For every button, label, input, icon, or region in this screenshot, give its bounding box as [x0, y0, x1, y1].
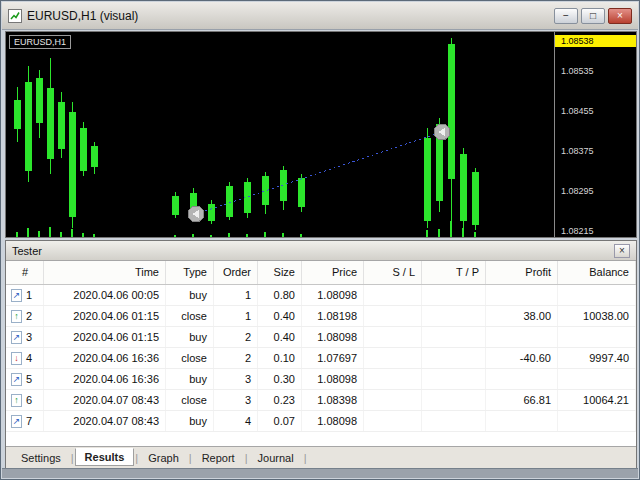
- results-table-header: #TimeTypeOrderSizePriceS / LT / PProfitB…: [6, 261, 636, 285]
- window-bottom-frame: [2, 468, 638, 478]
- price-axis-label: 1.08375: [561, 146, 594, 156]
- tab-separator: |: [135, 452, 138, 464]
- table-cell: 38.00: [486, 306, 558, 326]
- results-table-body: 12020.04.06 00:05buy10.801.0809822020.04…: [6, 285, 636, 432]
- price-axis[interactable]: 1.08538 1.085351.084551.083751.082951.08…: [554, 32, 636, 237]
- table-cell: 4: [6, 348, 44, 368]
- table-cell: [422, 390, 486, 410]
- table-cell: [364, 390, 422, 410]
- column-header-type[interactable]: Type: [166, 261, 214, 284]
- table-cell: 2020.04.06 01:15: [44, 327, 166, 347]
- table-row[interactable]: 32020.04.06 01:15buy20.401.08098: [6, 327, 636, 348]
- table-cell: [422, 306, 486, 326]
- price-axis-label: 1.08455: [561, 106, 594, 116]
- table-cell: 4: [214, 411, 258, 431]
- candles-svg[interactable]: [6, 32, 554, 237]
- table-cell: close: [166, 348, 214, 368]
- table-cell: [364, 306, 422, 326]
- table-cell: [486, 285, 558, 305]
- tab-separator: |: [71, 452, 74, 464]
- column-header-order[interactable]: Order: [214, 261, 258, 284]
- table-row[interactable]: 12020.04.06 00:05buy10.801.08098: [6, 285, 636, 306]
- column-header-#[interactable]: #: [6, 261, 44, 284]
- table-cell: [486, 327, 558, 347]
- profit-trade-icon: [11, 394, 22, 407]
- table-cell: 0.40: [258, 327, 302, 347]
- tester-titlebar[interactable]: Tester ×: [6, 241, 636, 261]
- table-cell: 1.08098: [302, 411, 364, 431]
- table-cell: 0.30: [258, 369, 302, 389]
- loss-trade-icon: [11, 352, 22, 365]
- profit-trade-icon: [11, 310, 22, 323]
- table-cell: [422, 411, 486, 431]
- tab-separator: |: [189, 452, 192, 464]
- table-cell: 2020.04.06 00:05: [44, 285, 166, 305]
- table-cell: [558, 327, 636, 347]
- window-title: EURUSD,H1 (visual): [27, 9, 138, 23]
- table-cell: [486, 369, 558, 389]
- tab-settings[interactable]: Settings: [12, 450, 70, 466]
- minimize-button[interactable]: −: [554, 8, 578, 24]
- table-row[interactable]: 42020.04.06 16:36close20.101.07697-40.60…: [6, 348, 636, 369]
- table-row[interactable]: 72020.04.07 08:43buy40.071.08098: [6, 411, 636, 432]
- column-header-balance[interactable]: Balance: [558, 261, 636, 284]
- column-header-tp[interactable]: T / P: [422, 261, 486, 284]
- table-row[interactable]: 52020.04.06 16:36buy30.301.08098: [6, 369, 636, 390]
- table-cell: 2: [214, 327, 258, 347]
- table-cell: 0.10: [258, 348, 302, 368]
- table-cell: buy: [166, 411, 214, 431]
- table-row[interactable]: 62020.04.07 08:43close30.231.0839866.811…: [6, 390, 636, 411]
- table-cell: buy: [166, 369, 214, 389]
- table-cell: 2: [6, 306, 44, 326]
- current-price-tag: 1.08538: [555, 35, 636, 47]
- column-header-price[interactable]: Price: [302, 261, 364, 284]
- table-cell: [364, 327, 422, 347]
- tab-graph[interactable]: Graph: [139, 450, 188, 466]
- open-trade-icon: [11, 373, 22, 386]
- chart-window-icon: [8, 9, 22, 23]
- table-cell: 1.08398: [302, 390, 364, 410]
- price-axis-label: 1.08215: [561, 226, 594, 236]
- mt4-window: EURUSD,H1 (visual) − □ × EURUSD,H1 1.085…: [0, 0, 640, 480]
- table-cell: buy: [166, 285, 214, 305]
- table-cell: close: [166, 390, 214, 410]
- column-header-time[interactable]: Time: [44, 261, 166, 284]
- tab-report[interactable]: Report: [193, 450, 244, 466]
- table-cell: 0.80: [258, 285, 302, 305]
- table-cell: [422, 327, 486, 347]
- table-cell: [558, 369, 636, 389]
- table-cell: 66.81: [486, 390, 558, 410]
- tester-title: Tester: [12, 245, 42, 257]
- table-cell: [364, 348, 422, 368]
- tabs-strip: Settings|Results|Graph|Report|Journal|: [6, 446, 636, 468]
- table-cell: [364, 285, 422, 305]
- close-button[interactable]: ×: [608, 8, 632, 24]
- chart-window: EURUSD,H1 1.08538 1.085351.084551.083751…: [5, 31, 637, 238]
- table-cell: [422, 285, 486, 305]
- table-cell: [364, 411, 422, 431]
- table-cell: 3: [6, 327, 44, 347]
- column-header-size[interactable]: Size: [258, 261, 302, 284]
- table-row[interactable]: 22020.04.06 01:15close10.401.0819838.001…: [6, 306, 636, 327]
- table-cell: 7: [6, 411, 44, 431]
- table-cell: 0.07: [258, 411, 302, 431]
- table-cell: 6: [6, 390, 44, 410]
- tab-journal[interactable]: Journal: [249, 450, 303, 466]
- tab-results[interactable]: Results: [75, 448, 135, 466]
- trade-close-marker: [434, 124, 450, 140]
- column-header-sl[interactable]: S / L: [364, 261, 422, 284]
- trade-open-marker: [188, 206, 204, 222]
- table-cell: 2020.04.07 08:43: [44, 390, 166, 410]
- column-header-profit[interactable]: Profit: [486, 261, 558, 284]
- window-controls: − □ ×: [554, 8, 632, 24]
- table-cell: [422, 369, 486, 389]
- table-cell: -40.60: [486, 348, 558, 368]
- restore-button[interactable]: □: [581, 8, 605, 24]
- table-cell: [364, 369, 422, 389]
- table-cell: 0.40: [258, 306, 302, 326]
- window-titlebar[interactable]: EURUSD,H1 (visual) − □ ×: [2, 2, 638, 30]
- tester-close-button[interactable]: ×: [614, 244, 630, 258]
- table-cell: 1: [214, 285, 258, 305]
- tester-panel: Tester × #TimeTypeOrderSizePriceS / LT /…: [5, 240, 637, 469]
- table-cell: [422, 348, 486, 368]
